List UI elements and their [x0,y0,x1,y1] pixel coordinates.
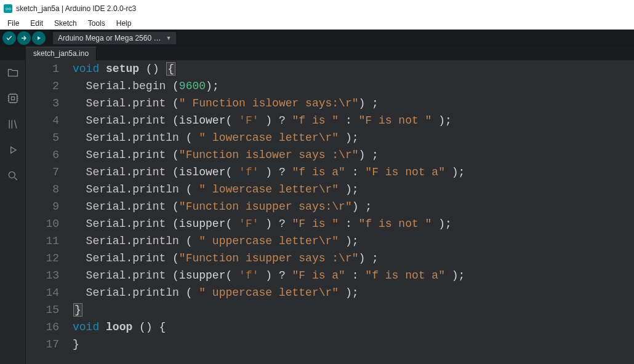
activity-bar [0,60,26,364]
code-text: Serial.print (islower( 'F' ) ? "f is " :… [70,112,634,129]
code-text: Serial.print ("Function isupper says :\r… [70,250,634,267]
menubar: FileEditSketchToolsHelp [0,17,634,30]
arduino-app-icon [4,4,12,13]
workspace: 1void setup () {2 Serial.begin (9600);3 … [0,60,634,364]
line-number: 13 [26,267,70,284]
code-line: 11 Serial.println ( " uppercase letter\r… [26,232,634,250]
editor-tab[interactable]: sketch_jan5a.ino [26,47,97,60]
code-line: 2 Serial.begin (9600); [26,77,634,95]
code-text: Serial.println ( " lowercase letter\r" )… [70,181,634,198]
line-number: 14 [26,284,70,301]
line-number: 6 [26,146,70,164]
line-number: 1 [26,60,70,77]
line-number: 11 [26,232,70,250]
folder-icon[interactable] [4,64,22,81]
code-line: 17} [26,336,634,353]
line-number: 9 [26,198,70,215]
code-text: Serial.println ( " uppercase letter\r" )… [70,232,634,250]
code-text: Serial.begin (9600); [70,77,634,95]
svg-point-1 [8,8,10,10]
line-number: 12 [26,250,70,267]
code-text: Serial.print (islower( 'f' ) ? "f is a" … [70,164,634,181]
code-line: 14 Serial.println ( " uppercase letter\r… [26,284,634,301]
code-line: 7 Serial.print (islower( 'f' ) ? "f is a… [26,164,634,181]
code-line: 1void setup () { [26,60,634,77]
code-text: Serial.print (" Function islower says:\r… [70,95,634,112]
menu-item-edit[interactable]: Edit [25,18,48,28]
menu-item-help[interactable]: Help [111,18,137,28]
code-text: } [70,336,634,353]
code-line: 4 Serial.print (islower( 'F' ) ? "f is "… [26,112,634,129]
line-number: 16 [26,318,70,336]
line-number: 5 [26,129,70,146]
line-number: 8 [26,181,70,198]
menu-item-file[interactable]: File [2,18,24,28]
code-text: Serial.println ( " uppercase letter\r" )… [70,284,634,301]
code-line: 13 Serial.print (isupper( 'f' ) ? "F is … [26,267,634,284]
code-line: 10 Serial.print (isupper( 'F' ) ? "F is … [26,215,634,232]
editor-tabstrip: sketch_jan5a.ino [0,47,634,60]
code-line: 16void loop () { [26,318,634,336]
line-number: 10 [26,215,70,232]
code-text: } [70,301,634,318]
library-icon[interactable] [4,116,22,133]
debug-icon[interactable] [4,141,22,159]
menu-item-tools[interactable]: Tools [83,18,110,28]
line-number: 7 [26,164,70,181]
line-number: 15 [26,301,70,318]
line-number: 17 [26,336,70,353]
board-icon[interactable] [4,90,22,107]
code-text: Serial.print (isupper( 'f' ) ? "F is a" … [70,267,634,284]
code-line: 9 Serial.print ("Function isupper says:\… [26,198,634,215]
line-number: 2 [26,77,70,95]
window-titlebar: sketch_jan5a | Arduino IDE 2.0.0-rc3 [0,0,634,17]
code-text: Serial.print ("Function isupper says:\r"… [70,198,634,215]
code-line: 12 Serial.print ("Function isupper says … [26,250,634,267]
code-text: Serial.print (isupper( 'F' ) ? "F is " :… [70,215,634,232]
code-text: Serial.println ( " lowercase letter\r" )… [70,129,634,146]
board-selector-label: Arduino Mega or Mega 2560 … [58,34,161,42]
window-title: sketch_jan5a | Arduino IDE 2.0.0-rc3 [16,4,136,13]
svg-rect-2 [9,94,17,102]
chevron-down-icon: ▼ [166,35,171,41]
board-selector[interactable]: Arduino Mega or Mega 2560 … ▼ [53,32,176,44]
code-line: 8 Serial.println ( " lowercase letter\r"… [26,181,634,198]
code-line: 3 Serial.print (" Function islower says:… [26,95,634,112]
code-text: void setup () { [70,60,634,77]
code-text: Serial.print ("Function islower says :\r… [70,146,634,164]
menu-item-sketch[interactable]: Sketch [49,18,82,28]
svg-point-0 [6,8,8,10]
toolbar: Arduino Mega or Mega 2560 … ▼ [0,30,634,47]
code-editor[interactable]: 1void setup () {2 Serial.begin (9600);3 … [26,60,634,364]
upload-button[interactable] [17,31,31,45]
debug-button[interactable] [32,31,46,45]
svg-rect-3 [11,97,14,100]
svg-point-4 [9,172,15,178]
line-number: 3 [26,95,70,112]
line-number: 4 [26,112,70,129]
code-text: void loop () { [70,318,634,336]
verify-button[interactable] [2,31,16,45]
code-line: 15} [26,301,634,318]
code-line: 5 Serial.println ( " lowercase letter\r"… [26,129,634,146]
search-icon[interactable] [4,167,22,184]
code-line: 6 Serial.print ("Function islower says :… [26,146,634,164]
